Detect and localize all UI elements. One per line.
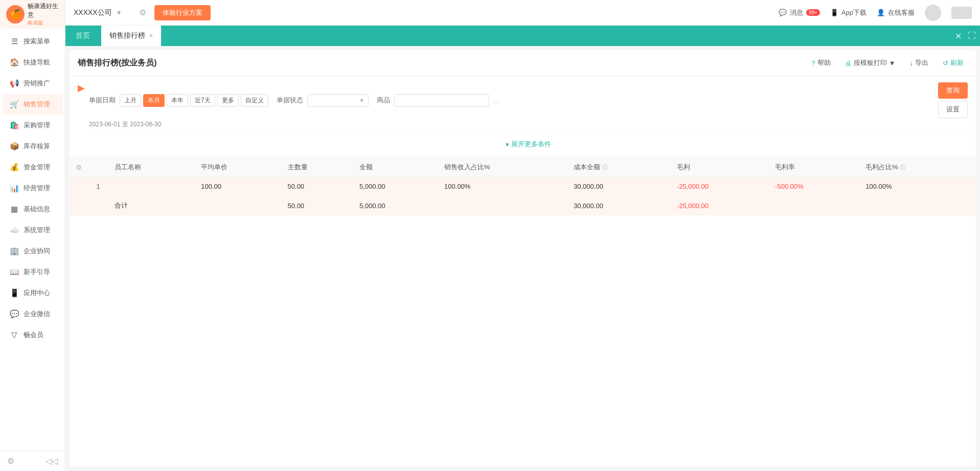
message-group[interactable]: 💬 消息 99+ [779, 8, 820, 17]
date-range-display: 2023-06-01 至 2023-06-30 [89, 120, 968, 129]
sidebar-item-label: 基础信息 [24, 205, 50, 214]
goods-filter-label: 商品 [377, 96, 390, 105]
sidebar-item-inventory[interactable]: 📦 库存核算 [2, 136, 63, 156]
member-icon: ▽ [9, 330, 19, 340]
sidebar: 🍊 畅康通好生意 标准版 ☰ 搜索菜单 🏠 快捷导航 📢 营销推广 🛒 销售管理… [0, 0, 65, 471]
avatar[interactable] [925, 5, 941, 21]
app-download-icon: 📱 [830, 9, 838, 16]
cost-info-icon[interactable]: ⓘ [602, 164, 608, 170]
table-footer-row: 合计 50.00 5,000.00 30,000.00 -25,000.00 [70, 196, 976, 216]
table-row: 1 100.00 50.00 5,000.00 100.00% 30,000.0… [70, 177, 976, 196]
gear-icon[interactable]: ⚙ [139, 8, 146, 17]
app-download-group[interactable]: 📱 App下载 [830, 8, 867, 17]
sidebar-item-guide[interactable]: 📖 新手引导 [2, 262, 63, 282]
status-filter-label: 单据状态 [277, 96, 303, 105]
column-settings-icon[interactable]: ⚙ [76, 164, 82, 171]
th-quantity: 主数量 [282, 158, 353, 177]
status-select[interactable] [307, 94, 369, 107]
logo-sub: 标准版 [28, 19, 59, 27]
sidebar-item-search[interactable]: ☰ 搜索菜单 [2, 31, 63, 52]
th-gross: 毛利 [671, 158, 769, 177]
date-btn-7days[interactable]: 近7天 [190, 94, 215, 107]
sidebar-item-marketing[interactable]: 📢 营销推广 [2, 73, 63, 94]
expand-more-label: 展开更多条件 [511, 140, 551, 149]
sidebar-item-purchase[interactable]: 🛍️ 采购管理 [2, 115, 63, 136]
tab-close-icon[interactable]: × [149, 32, 153, 39]
collapse-icon[interactable]: ◁◁ [45, 456, 58, 466]
sidebar-item-enterprise[interactable]: 🏢 企业协同 [2, 241, 63, 261]
date-btn-this-year[interactable]: 本年 [167, 94, 188, 107]
template-print-button[interactable]: 🖨 按模板打印 ▼ [841, 56, 900, 70]
status-select-wrapper [307, 94, 369, 107]
company-selector[interactable]: XXXXX公司 ▼ [74, 8, 135, 17]
goods-input[interactable] [394, 94, 489, 107]
row-gross-rate: -500.00% [769, 177, 859, 196]
gross-pct-info-icon[interactable]: ⓘ [900, 164, 905, 170]
main-content: 销售排行榜(按业务员) ? 帮助 🖨 按模板打印 ▼ ↓ 导出 ↺ 刷新 [65, 46, 980, 471]
service-group[interactable]: 👤 在线客服 [877, 8, 915, 17]
table-container: ⚙ 员工名称 平均单价 主数量 全额 销售收入占比% 成本全额 ⓘ 毛利 [70, 158, 976, 467]
sidebar-item-operations[interactable]: 📊 经营管理 [2, 178, 63, 198]
date-btn-more[interactable]: 更多 [217, 94, 239, 107]
message-icon: 💬 [779, 9, 787, 16]
filter-row: 单据日期 上月 本月 本年 近7天 更多 自定义 [89, 82, 968, 118]
row-quantity: 50.00 [282, 177, 353, 196]
tab-expand-icon[interactable]: ⛶ [968, 31, 976, 40]
settings-button[interactable]: 设置 [938, 101, 968, 118]
help-icon: ? [811, 59, 815, 67]
query-actions: 查询 设置 [938, 82, 968, 118]
sidebar-item-quick[interactable]: 🏠 快捷导航 [2, 52, 63, 73]
sidebar-item-label: 企业微信 [24, 309, 50, 319]
app-download-label: App下载 [841, 8, 867, 17]
date-btn-custom[interactable]: 自定义 [241, 94, 268, 107]
settings-bottom-icon[interactable]: ⚙ [7, 456, 14, 466]
sidebar-item-label: 经营管理 [24, 184, 50, 193]
tab-home[interactable]: 首页 [65, 26, 100, 46]
export-button[interactable]: ↓ 导出 [906, 56, 933, 70]
trial-button[interactable]: 体验行业方案 [154, 5, 211, 20]
refresh-button[interactable]: ↺ 刷新 [939, 56, 968, 70]
enterprise-icon: 🏢 [9, 246, 19, 256]
th-settings: ⚙ [70, 158, 88, 177]
help-button[interactable]: ? 帮助 [807, 56, 834, 70]
sidebar-item-member[interactable]: ▽ 畅会员 [2, 325, 63, 345]
row-cost: 30,000.00 [567, 177, 671, 196]
goods-more-icon[interactable]: ... [493, 97, 499, 104]
logo-name: 畅康通好生意 [28, 2, 59, 19]
filter-collapse-icon[interactable]: ▶ [78, 82, 85, 94]
refresh-icon: ↺ [943, 59, 948, 67]
search-nav-icon: ☰ [9, 36, 19, 47]
sidebar-item-label: 搜索菜单 [24, 37, 50, 46]
tab-close-all-icon[interactable]: ✕ [955, 31, 962, 41]
wechat-icon: 💬 [9, 309, 19, 319]
service-label: 在线客服 [888, 8, 915, 17]
sidebar-item-finance[interactable]: 💰 资金管理 [2, 157, 63, 177]
page-actions: ? 帮助 🖨 按模板打印 ▼ ↓ 导出 ↺ 刷新 [807, 56, 968, 70]
table-header-row: ⚙ 员工名称 平均单价 主数量 全额 销售收入占比% 成本全额 ⓘ 毛利 [70, 158, 976, 177]
sidebar-item-wechat[interactable]: 💬 企业微信 [2, 304, 63, 324]
sidebar-item-system[interactable]: ☁️ 系统管理 [2, 220, 63, 240]
sidebar-item-sales[interactable]: 🛒 销售管理 [2, 94, 63, 115]
topbar: XXXXX公司 ▼ ⚙ 体验行业方案 💬 消息 99+ 📱 App下载 👤 在线… [65, 0, 980, 26]
export-icon: ↓ [910, 59, 914, 67]
date-buttons: 上月 本月 本年 近7天 更多 自定义 [120, 94, 268, 107]
sidebar-item-basic[interactable]: ▦ 基础信息 [2, 199, 63, 219]
guide-icon: 📖 [9, 267, 19, 277]
row-sales-pct: 100.00% [438, 177, 567, 196]
sidebar-item-label: 销售管理 [24, 100, 50, 109]
tab-sales-ranking[interactable]: 销售排行榜 × [101, 26, 161, 46]
query-button[interactable]: 查询 [938, 82, 968, 99]
home-icon: 🏠 [9, 57, 19, 68]
date-btn-last-month[interactable]: 上月 [120, 94, 141, 107]
date-btn-this-month[interactable]: 本月 [143, 94, 165, 107]
operations-icon: 📊 [9, 183, 19, 193]
sidebar-item-label: 新手引导 [24, 267, 50, 277]
sidebar-item-label: 营销推广 [24, 79, 50, 88]
sidebar-item-label: 快捷导航 [24, 58, 50, 67]
sidebar-item-label: 应用中心 [24, 288, 50, 298]
sidebar-item-appstore[interactable]: 📱 应用中心 [2, 283, 63, 303]
expand-more-button[interactable]: ▾ 展开更多条件 [506, 140, 551, 149]
row-amount: 5,000.00 [353, 177, 438, 196]
logo-icon: 🍊 [6, 5, 25, 24]
th-cost: 成本全额 ⓘ [567, 158, 671, 177]
